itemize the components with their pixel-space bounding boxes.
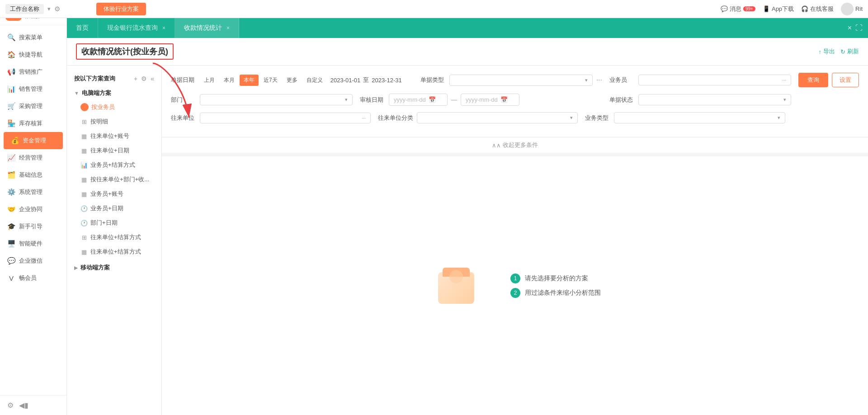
counterparty-cat-label: 往来单位分类 — [378, 114, 413, 122]
scheme-group-desktop-label: 电脑端方案 — [82, 89, 111, 97]
sidebar-item-hardware[interactable]: 🖥️ 智能硬件 — [0, 235, 66, 252]
sidebar-item-operations[interactable]: 📈 经营管理 — [0, 149, 66, 166]
scheme-item-counterparty-dept[interactable]: ▦ 按往来单位+部门+收... — [67, 172, 161, 187]
scheme-item-counterparty-settlement1[interactable]: ⊞ 往来单位+结算方式 — [67, 230, 161, 245]
collapse-sidebar-btn[interactable]: ◀▮ — [19, 401, 28, 410]
sidebar-label-basic: 基础信息 — [19, 171, 42, 179]
empty-step-1: 1 请先选择要分析的方案 — [510, 274, 601, 283]
headset-icon: 🎧 — [801, 5, 808, 12]
chevron-down-icon[interactable]: ▾ — [47, 5, 51, 12]
date-tab-this-year[interactable]: 本年 — [240, 75, 259, 86]
refresh-icon: ↻ — [840, 48, 845, 55]
header-left: 工作台名称 ▾ ⚙ — [5, 4, 60, 14]
date-tab-custom[interactable]: 自定义 — [302, 75, 327, 86]
status-select[interactable]: ▾ — [638, 94, 791, 105]
tab-bank-flow-close[interactable]: × — [162, 25, 165, 31]
scheme-item-counterparty-account[interactable]: ▦ 往来单位+账号 — [67, 129, 161, 143]
date-tab-7days[interactable]: 近7天 — [259, 75, 282, 86]
tab-close-all-btn[interactable]: × — [848, 24, 852, 32]
scheme-item-counterparty-date[interactable]: ▦ 往来单位+日期 — [67, 143, 161, 158]
step-2-text: 用过滤条件来缩小分析范围 — [525, 289, 601, 297]
audit-date-from-placeholder: yyyy-mm-dd — [394, 96, 426, 103]
empty-illustration — [429, 263, 483, 308]
user-profile-btn[interactable]: Rit — [841, 3, 863, 15]
counterparty-select[interactable]: ··· — [200, 113, 371, 123]
tab-collection-stat[interactable]: 收款情况统计 × — [175, 18, 239, 38]
page-actions: ↑ 导出 ↻ 刷新 — [819, 47, 859, 56]
counterparty-cat-select[interactable]: ▾ — [417, 112, 578, 123]
tab-collection-stat-close[interactable]: × — [226, 25, 230, 31]
scheme-setting-icon[interactable]: ⚙ — [141, 75, 147, 82]
scheme-item-by-salesperson[interactable]: ● 按业务员 — [67, 100, 161, 114]
type-select[interactable]: ▾ — [449, 75, 593, 86]
sidebar-item-sales[interactable]: 📊 销售管理 — [0, 80, 66, 98]
audit-date-from[interactable]: yyyy-mm-dd 📅 — [389, 94, 448, 106]
marketing-icon: 📢 — [7, 68, 15, 76]
tab-bank-flow[interactable]: 现金银行流水查询 × — [98, 18, 175, 38]
page-header: 收款情况统计(按业务员) ↑ 导出 ↻ 刷新 — [67, 38, 868, 66]
audit-date-label: 审核日期 — [360, 96, 385, 104]
scheme-icon-8: 🕐 — [80, 219, 88, 226]
sidebar-label-wechat: 企业微信 — [19, 257, 42, 265]
trial-button[interactable]: 体验行业方案 — [96, 3, 146, 15]
dept-select[interactable]: ▾ — [200, 94, 353, 105]
sidebar-item-system[interactable]: ⚙️ 系统管理 — [0, 184, 66, 201]
app-download-btn[interactable]: 📱 App下载 — [763, 5, 794, 13]
scheme-item-by-detail[interactable]: ⊞ 按明细 — [67, 114, 161, 129]
sidebar-label-purchase: 采购管理 — [19, 102, 42, 110]
date-tab-this-month[interactable]: 本月 — [220, 75, 239, 86]
system-icon: ⚙️ — [7, 188, 15, 196]
scheme-item-salesperson-settlement[interactable]: 📊 业务员+结算方式 — [67, 158, 161, 172]
notifications-btn[interactable]: 💬 消息 99+ — [721, 5, 755, 13]
salesperson-select[interactable]: ··· — [638, 75, 791, 85]
query-buttons: 查询 设置 — [798, 73, 859, 87]
type-more-icon[interactable]: ··· — [596, 76, 602, 84]
scheme-group-desktop-header[interactable]: ▼ 电脑端方案 — [67, 86, 161, 100]
online-service-btn[interactable]: 🎧 在线客服 — [801, 5, 834, 13]
salesperson-field: 业务员 ··· — [609, 75, 791, 85]
sidebar-item-member[interactable]: V 畅会员 — [0, 269, 66, 287]
sidebar-item-marketing[interactable]: 📢 营销推广 — [0, 63, 66, 80]
biz-type-field: 业务类型 ▾ — [585, 112, 785, 123]
sidebar-item-search[interactable]: 🔍 搜索菜单 — [0, 29, 66, 46]
sidebar-item-purchase[interactable]: 🛒 采购管理 — [0, 98, 66, 115]
query-btn[interactable]: 查询 — [798, 73, 828, 87]
sidebar-item-basic[interactable]: 🗂️ 基础信息 — [0, 166, 66, 184]
tab-home[interactable]: 首页 — [67, 18, 98, 38]
calendar-icon-1: 📅 — [429, 96, 436, 103]
tab-bank-flow-label: 现金银行流水查询 — [107, 24, 158, 32]
salesperson-label: 业务员 — [609, 76, 635, 84]
sidebar-item-quicknav[interactable]: 🏠 快捷导航 — [0, 46, 66, 63]
dept-label: 部门 — [171, 96, 196, 104]
date-tab-more[interactable]: 更多 — [283, 75, 302, 86]
scheme-add-icon[interactable]: + — [134, 75, 137, 82]
settings-icon[interactable]: ⚙ — [54, 5, 60, 13]
collapse-bar[interactable]: ∧∧ 收起更多条件 — [162, 137, 868, 153]
scheme-group-mobile-header[interactable]: ▶ 移动端方案 — [67, 261, 161, 274]
scheme-item-salesperson-account[interactable]: ▦ 业务员+账号 — [67, 187, 161, 201]
sidebar-item-guide[interactable]: 🎓 新手引导 — [0, 218, 66, 235]
scheme-item-dept-date[interactable]: 🕐 部门+日期 — [67, 216, 161, 230]
scheme-item-salesperson-date[interactable]: 🕐 业务员+日期 — [67, 201, 161, 216]
sidebar-item-inventory[interactable]: 🏪 库存核算 — [0, 115, 66, 132]
biz-type-select[interactable]: ▾ — [614, 112, 785, 123]
main-area: 首页 现金银行流水查询 × 收款情况统计 × × ⛶ 收款情况统计(按业务员) … — [67, 18, 868, 415]
workspace-name: 工作台名称 — [5, 4, 44, 14]
setting-btn[interactable]: 设置 — [832, 73, 859, 87]
export-btn[interactable]: ↑ 导出 — [819, 47, 835, 56]
sidebar-item-finance[interactable]: 💰 资金管理 — [4, 132, 63, 149]
scheme-item-label-6: 业务员+账号 — [90, 190, 123, 198]
audit-date-to[interactable]: yyyy-mm-dd 📅 — [461, 94, 519, 106]
sidebar-label-sales: 销售管理 — [19, 85, 42, 93]
sidebar-item-corp[interactable]: 🤝 企业协同 — [0, 201, 66, 218]
settings-footer-btn[interactable]: ⚙ — [7, 401, 14, 410]
inventory-icon: 🏪 — [7, 119, 15, 127]
tab-expand-btn[interactable]: ⛶ — [855, 24, 863, 32]
scheme-header-actions: + ⚙ « — [134, 75, 154, 82]
sidebar-item-wechat[interactable]: 💬 企业微信 — [0, 252, 66, 269]
wechat-icon: 💬 — [7, 257, 15, 265]
scheme-item-counterparty-settlement2[interactable]: ▦ 往来单位+结算方式 — [67, 245, 161, 259]
refresh-btn[interactable]: ↻ 刷新 — [840, 47, 859, 56]
date-tab-last-month[interactable]: 上月 — [200, 75, 219, 86]
scheme-collapse-icon[interactable]: « — [151, 75, 154, 82]
